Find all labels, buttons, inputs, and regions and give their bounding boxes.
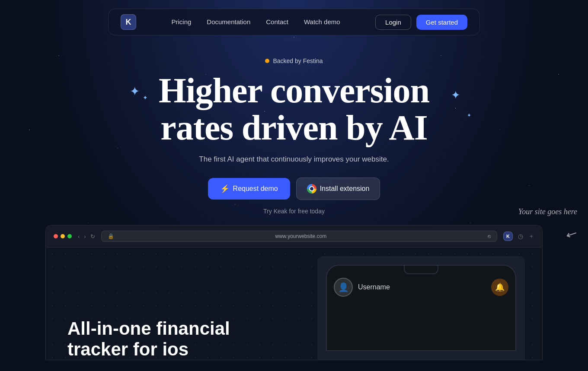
login-button[interactable]: Login xyxy=(375,15,411,30)
website-heading-line1: All-in-one financial xyxy=(67,318,230,339)
sparkle-icon-3: ✦ xyxy=(451,89,460,102)
badge-dot xyxy=(265,59,269,63)
nav-link-watch-demo[interactable]: Watch demo xyxy=(304,18,340,25)
lock-icon: 🔒 xyxy=(108,233,114,239)
install-ext-label: Install extension xyxy=(320,185,370,193)
share-icon: ⎋ xyxy=(488,233,491,239)
hero-title-line2: rates driven by AI xyxy=(160,108,428,147)
keak-browser-icon: K xyxy=(503,231,513,241)
request-demo-label: Request demo xyxy=(233,185,278,193)
back-icon[interactable]: ‹ xyxy=(78,233,80,240)
phone-username: Username xyxy=(358,283,390,291)
nav-links: Pricing Documentation Contact Watch demo xyxy=(171,18,340,26)
hero-section: Backed by Festina Higher conversion rate… xyxy=(0,44,588,215)
site-annotation: Your site goes here ↙ xyxy=(518,207,577,232)
hero-subtitle: The first AI agent that continuously imp… xyxy=(0,155,588,164)
hero-title-line1: Higher conversion xyxy=(159,71,429,110)
phone-avatar: 👤 xyxy=(334,278,353,297)
minimize-dot[interactable] xyxy=(61,234,65,238)
browser-topbar: ‹ › ↻ 🔒 www.yourwebsite.com ⎋ K ◷ ＋ xyxy=(46,225,542,247)
try-free-text: Try Keak for free today xyxy=(0,208,588,215)
phone-notification-bell: 🔔 xyxy=(491,279,508,296)
backed-badge: Backed by Festina xyxy=(265,57,323,64)
refresh-icon[interactable]: ↻ xyxy=(90,233,95,240)
lightning-icon: ⚡ xyxy=(220,184,230,193)
nav-link-pricing[interactable]: Pricing xyxy=(171,18,191,25)
maximize-dot[interactable] xyxy=(67,234,72,238)
request-demo-button[interactable]: ⚡ Request demo xyxy=(208,178,290,200)
sparkle-icon-1: ✦ xyxy=(130,84,140,98)
nav-actions: Login Get started xyxy=(375,15,467,30)
install-extension-button[interactable]: Install extension xyxy=(296,178,380,200)
logo[interactable]: K xyxy=(121,14,136,30)
browser-url-bar[interactable]: 🔒 www.yourwebsite.com ⎋ xyxy=(101,231,497,242)
clock-icon: ◷ xyxy=(518,233,523,240)
hero-cta-group: ⚡ Request demo Install extension xyxy=(0,178,588,200)
forward-icon[interactable]: › xyxy=(84,233,86,240)
sparkle-icon-4: ✦ xyxy=(467,112,471,118)
chrome-icon xyxy=(307,184,316,193)
sparkle-icon-5: · xyxy=(455,106,456,111)
website-left-content: All-in-one financial tracker for ios xyxy=(46,292,317,360)
browser-right-controls: K ◷ ＋ xyxy=(503,231,534,241)
phone-mockup: 👤 Username 🔔 xyxy=(326,265,516,351)
nav-link-documentation[interactable]: Documentation xyxy=(207,18,250,25)
badge-text: Backed by Festina xyxy=(273,57,323,64)
browser-mockup: ‹ › ↻ 🔒 www.yourwebsite.com ⎋ K ◷ ＋ All-… xyxy=(45,225,543,360)
browser-window-controls xyxy=(54,234,72,238)
plus-icon[interactable]: ＋ xyxy=(528,232,534,240)
url-text: www.yourwebsite.com xyxy=(275,233,326,239)
get-started-button[interactable]: Get started xyxy=(416,15,467,30)
website-heading: All-in-one financial tracker for ios xyxy=(67,318,296,360)
sparkle-icon-2: ✦ xyxy=(143,94,148,101)
browser-nav-buttons: ‹ › ↻ xyxy=(78,233,95,240)
website-right-content: 👤 Username 🔔 xyxy=(317,256,525,360)
hero-title: Higher conversion rates driven by AI xyxy=(0,72,588,146)
navbar: K Pricing Documentation Contact Watch de… xyxy=(108,9,480,35)
close-dot[interactable] xyxy=(54,234,58,238)
phone-user-row: 👤 Username xyxy=(334,278,390,297)
nav-link-contact[interactable]: Contact xyxy=(266,18,288,25)
phone-notch xyxy=(404,266,438,274)
browser-content: All-in-one financial tracker for ios 👤 U… xyxy=(46,247,542,360)
website-heading-line2: tracker for ios xyxy=(67,339,189,359)
